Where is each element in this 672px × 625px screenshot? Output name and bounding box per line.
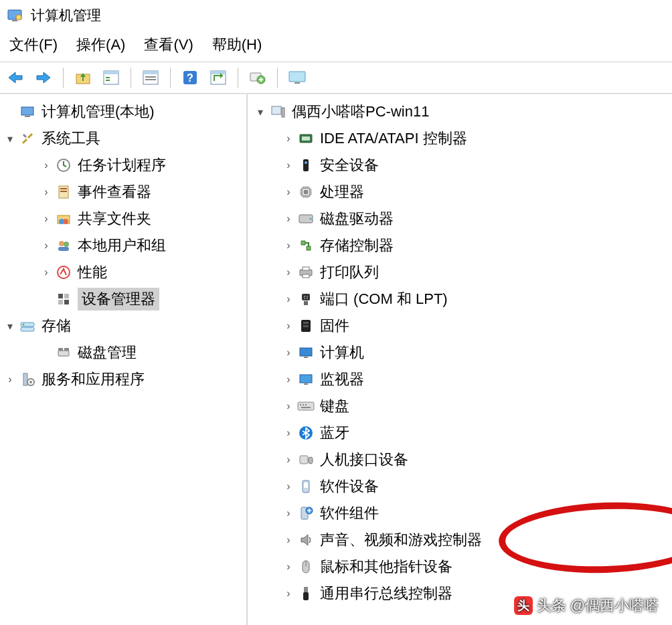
tree-node-shared-folders[interactable]: › 共享文件夹: [0, 205, 246, 232]
chevron-right-icon[interactable]: ›: [281, 345, 296, 360]
toolbar-separator: [238, 68, 238, 88]
help-button[interactable]: ?: [179, 66, 201, 89]
device-category-mouse[interactable]: ›鼠标和其他指针设备: [248, 553, 672, 580]
device-category-ide[interactable]: ›IDE ATA/ATAPI 控制器: [248, 125, 672, 152]
chevron-right-icon[interactable]: ›: [281, 479, 296, 494]
chevron-right-icon[interactable]: ›: [281, 372, 296, 387]
chevron-down-icon[interactable]: ▾: [3, 131, 17, 146]
tree-node-event-viewer[interactable]: › 事件查看器: [0, 179, 246, 205]
chevron-right-icon[interactable]: ›: [3, 372, 17, 387]
tree-node-services[interactable]: › 服务和应用程序: [0, 366, 246, 393]
svg-text:?: ?: [187, 72, 193, 84]
chevron-right-icon[interactable]: ›: [39, 265, 54, 280]
svg-rect-11: [145, 79, 156, 80]
device-category-disk[interactable]: ›磁盘驱动器: [248, 205, 672, 232]
detail-button[interactable]: [207, 66, 230, 89]
device-category-keyboard[interactable]: ›键盘: [248, 393, 672, 420]
tree-node-storage[interactable]: ▾ 存储: [0, 312, 246, 339]
forward-button[interactable]: [32, 66, 55, 89]
keyboard-icon: [297, 397, 315, 415]
chevron-right-icon[interactable]: ›: [281, 506, 296, 521]
chevron-right-icon[interactable]: ›: [281, 211, 296, 226]
chevron-right-icon[interactable]: ›: [281, 399, 296, 414]
chevron-right-icon[interactable]: ›: [281, 238, 296, 253]
device-category-print[interactable]: ›打印队列: [248, 259, 672, 286]
show-hide-tree-button[interactable]: [100, 66, 122, 89]
svg-rect-24: [60, 188, 67, 189]
device-category-bluetooth[interactable]: ›蓝牙: [248, 420, 672, 446]
tools-icon: [19, 130, 36, 147]
menu-file[interactable]: 文件(F): [9, 35, 58, 55]
device-category-label: 蓝牙: [320, 423, 349, 443]
tree-node-task-scheduler[interactable]: › 任务计划程序: [0, 152, 246, 179]
menu-action[interactable]: 操作(A): [76, 35, 125, 55]
svg-point-29: [59, 241, 64, 246]
tree-node-device-manager[interactable]: 设备管理器: [0, 286, 246, 312]
chevron-right-icon[interactable]: ›: [281, 131, 296, 146]
scan-hardware-button[interactable]: [246, 66, 269, 89]
device-category-storage_ctl[interactable]: ›存储控制器: [248, 232, 672, 259]
svg-rect-58: [303, 274, 309, 278]
back-button[interactable]: [4, 66, 27, 89]
tree-node-local-users[interactable]: › 本地用户和组: [0, 232, 246, 259]
device-category-computer[interactable]: ›计算机: [248, 339, 672, 366]
device-category-audio[interactable]: ›声音、视频和游戏控制器: [248, 527, 672, 553]
device-category-cpu[interactable]: ›处理器: [248, 179, 672, 205]
services-icon: [19, 371, 36, 388]
tree-node-system-tools[interactable]: ▾ 系统工具: [0, 125, 246, 152]
hid-icon: [297, 451, 315, 468]
chevron-right-icon[interactable]: ›: [39, 185, 54, 199]
properties-button[interactable]: [139, 66, 162, 89]
device-category-label: 鼠标和其他指针设备: [320, 557, 452, 577]
svg-rect-86: [304, 587, 308, 592]
device-category-hid[interactable]: ›人机接口设备: [248, 446, 672, 473]
chevron-right-icon[interactable]: ›: [281, 292, 296, 306]
svg-rect-40: [58, 351, 69, 356]
svg-point-2: [16, 15, 21, 20]
chevron-right-icon[interactable]: ›: [39, 211, 54, 226]
svg-point-39: [23, 324, 25, 326]
device-category-firmware[interactable]: ›固件: [248, 312, 672, 339]
menu-view[interactable]: 查看(V): [144, 35, 193, 55]
device-category-label: 固件: [320, 316, 349, 336]
chevron-right-icon[interactable]: ›: [281, 452, 296, 467]
tree-node-disk-management[interactable]: 磁盘管理: [0, 339, 246, 366]
shared-folder-icon: [55, 210, 72, 228]
tree-label: 磁盘管理: [78, 343, 137, 363]
chevron-right-icon[interactable]: ›: [281, 586, 296, 601]
device-category-soft_comp[interactable]: ›软件组件: [248, 500, 672, 527]
chevron-right-icon[interactable]: ›: [39, 238, 54, 253]
chevron-right-icon[interactable]: ›: [281, 265, 296, 280]
monitor-button[interactable]: [286, 66, 309, 89]
watermark: 头 头条 @偶西小嗒嗒: [514, 596, 659, 616]
chevron-right-icon[interactable]: ›: [281, 533, 296, 547]
device-category-security[interactable]: ›安全设备: [248, 152, 672, 179]
chevron-right-icon[interactable]: ›: [281, 559, 296, 574]
device-tree-root[interactable]: ▾ 偶西小嗒嗒PC-win11: [248, 98, 672, 125]
menu-help[interactable]: 帮助(H): [212, 35, 262, 55]
empty-expander: [39, 292, 54, 306]
up-folder-button[interactable]: [72, 66, 94, 89]
chevron-right-icon[interactable]: ›: [281, 158, 296, 173]
chevron-right-icon[interactable]: ›: [39, 158, 54, 173]
users-icon: [55, 237, 72, 254]
disk-icon: [297, 210, 315, 228]
device-category-label: IDE ATA/ATAPI 控制器: [320, 128, 467, 149]
chevron-down-icon[interactable]: ▾: [253, 104, 268, 119]
tree-label: 系统工具: [41, 128, 100, 149]
svg-rect-87: [303, 592, 309, 600]
chevron-right-icon[interactable]: ›: [281, 426, 296, 440]
chevron-down-icon[interactable]: ▾: [3, 319, 17, 333]
device-category-soft_dev[interactable]: ›软件设备: [248, 473, 672, 500]
computer-icon: [297, 344, 315, 361]
toolbar-separator: [277, 68, 278, 88]
chevron-right-icon[interactable]: ›: [281, 319, 296, 333]
tree-node-performance[interactable]: › 性能: [0, 259, 246, 286]
toolbar-separator: [170, 68, 171, 88]
tree-root-computer-management[interactable]: 计算机管理(本地): [0, 98, 246, 125]
device-category-monitor[interactable]: ›监视器: [248, 366, 672, 393]
svg-rect-15: [211, 71, 226, 74]
device-category-label: 处理器: [320, 182, 364, 202]
chevron-right-icon[interactable]: ›: [281, 185, 296, 199]
device-category-ports[interactable]: ›端口 (COM 和 LPT): [248, 286, 672, 312]
